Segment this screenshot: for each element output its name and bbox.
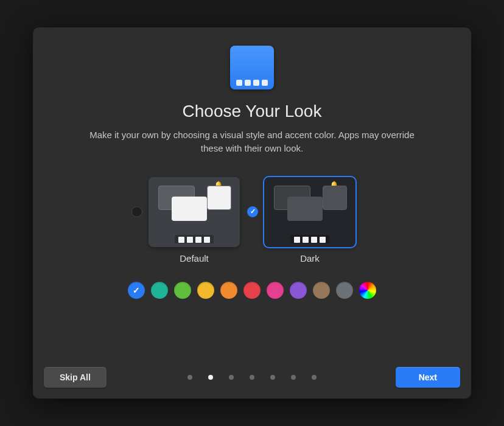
accent-purple[interactable] xyxy=(290,282,307,299)
radio-default[interactable] xyxy=(131,206,142,217)
page-dot-4[interactable] xyxy=(250,375,254,380)
theme-option-default[interactable]: 🔔 Default xyxy=(149,177,240,264)
accent-multicolor[interactable] xyxy=(359,282,376,299)
accent-gray[interactable] xyxy=(336,282,353,299)
page-dot-3[interactable] xyxy=(229,375,234,380)
appearance-icon xyxy=(230,46,274,89)
theme-preview-dark: 🔔 xyxy=(264,177,355,247)
radio-dark[interactable] xyxy=(247,206,258,217)
page-dot-2[interactable] xyxy=(208,375,213,380)
theme-option-dark[interactable]: 🔔 Dark xyxy=(264,177,355,264)
accent-green[interactable] xyxy=(174,282,191,299)
theme-chooser: 🔔 Default 🔔 Dark xyxy=(149,177,355,264)
accent-pink[interactable] xyxy=(267,282,284,299)
page-title: Choose Your Look xyxy=(183,102,322,121)
onboarding-dialog: Choose Your Look Make it your own by cho… xyxy=(33,27,471,399)
next-button[interactable]: Next xyxy=(396,367,460,388)
page-dot-1[interactable] xyxy=(187,375,192,380)
theme-preview-default: 🔔 xyxy=(149,177,240,247)
page-dot-6[interactable] xyxy=(291,375,296,380)
page-subtitle: Make it your own by choosing a visual st… xyxy=(88,128,416,155)
accent-blue[interactable] xyxy=(128,282,145,299)
accent-brown[interactable] xyxy=(313,282,330,299)
accent-teal[interactable] xyxy=(151,282,168,299)
skip-all-button[interactable]: Skip All xyxy=(44,367,107,388)
accent-yellow[interactable] xyxy=(197,282,214,299)
footer: Skip All Next xyxy=(44,367,460,388)
theme-label-default: Default xyxy=(180,253,209,264)
page-dot-7[interactable] xyxy=(312,375,317,380)
accent-red[interactable] xyxy=(243,282,261,299)
page-dot-5[interactable] xyxy=(270,375,275,380)
accent-color-row xyxy=(128,282,376,299)
theme-label-dark: Dark xyxy=(300,253,320,264)
accent-orange[interactable] xyxy=(220,282,237,299)
page-indicator xyxy=(187,375,317,380)
